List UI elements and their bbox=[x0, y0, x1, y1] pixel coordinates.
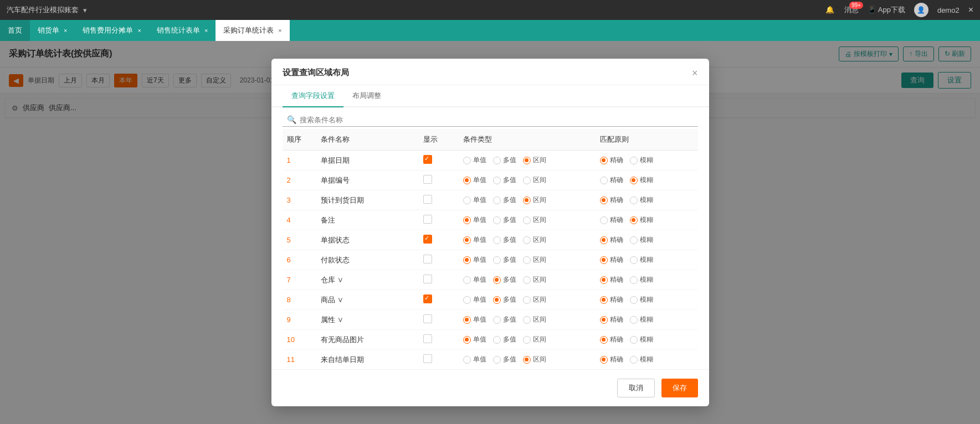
type-radio-item[interactable]: 区间 bbox=[523, 355, 546, 364]
radio-label: 模糊 bbox=[640, 315, 653, 324]
tab-sales-stat[interactable]: 销售统计表单 × bbox=[149, 20, 216, 41]
match-radio-item[interactable]: 模糊 bbox=[630, 215, 653, 225]
match-radio-item[interactable]: 精确 bbox=[600, 315, 623, 324]
type-radio-item[interactable]: 单值 bbox=[463, 235, 486, 245]
type-radio-item[interactable]: 多值 bbox=[493, 315, 516, 324]
save-button[interactable]: 保存 bbox=[661, 379, 698, 397]
type-radio-item[interactable]: 区间 bbox=[523, 295, 546, 304]
type-radio-item[interactable]: 单值 bbox=[463, 195, 486, 205]
type-radio-item[interactable]: 单值 bbox=[463, 275, 486, 285]
row-show[interactable] bbox=[419, 350, 459, 370]
tab-sales-split-close[interactable]: × bbox=[137, 20, 141, 41]
type-radio-item[interactable]: 单值 bbox=[463, 335, 486, 344]
show-checkbox[interactable] bbox=[423, 275, 432, 283]
type-radio-item[interactable]: 区间 bbox=[523, 156, 546, 165]
show-checkbox[interactable] bbox=[423, 255, 432, 263]
show-checkbox[interactable] bbox=[423, 334, 432, 343]
radio-label: 区间 bbox=[533, 315, 546, 324]
type-radio-item[interactable]: 多值 bbox=[493, 215, 516, 225]
dialog-tab-layout[interactable]: 布局调整 bbox=[343, 85, 390, 107]
match-radio-item[interactable]: 模糊 bbox=[630, 335, 653, 344]
type-radio-item[interactable]: 区间 bbox=[523, 255, 546, 265]
match-radio-item[interactable]: 模糊 bbox=[630, 235, 653, 245]
match-radio-item[interactable]: 精确 bbox=[600, 275, 623, 285]
match-radio-item[interactable]: 模糊 bbox=[630, 255, 653, 265]
match-radio-item[interactable]: 精确 bbox=[600, 175, 623, 185]
show-checkbox[interactable] bbox=[423, 195, 432, 204]
match-radio-item[interactable]: 模糊 bbox=[630, 315, 653, 324]
cancel-button[interactable]: 取消 bbox=[617, 379, 655, 397]
type-radio-item[interactable]: 单值 bbox=[463, 295, 486, 304]
match-radio-item[interactable]: 精确 bbox=[600, 235, 623, 245]
type-radio-item[interactable]: 单值 bbox=[463, 175, 486, 185]
show-checkbox[interactable] bbox=[423, 354, 432, 363]
type-radio-item[interactable]: 多值 bbox=[493, 295, 516, 304]
type-radio-item[interactable]: 多值 bbox=[493, 195, 516, 205]
top-bar-close-button[interactable]: × bbox=[968, 5, 973, 15]
match-radio-item[interactable]: 精确 bbox=[600, 215, 623, 225]
type-radio-item[interactable]: 单值 bbox=[463, 315, 486, 324]
row-show[interactable] bbox=[419, 290, 459, 310]
row-show[interactable] bbox=[419, 210, 459, 230]
user-name[interactable]: demo2 bbox=[937, 6, 960, 14]
tab-purchase-stat-close[interactable]: × bbox=[278, 20, 281, 41]
tab-sales[interactable]: 销货单 × bbox=[30, 20, 75, 41]
app-download-button[interactable]: 📱 App下载 bbox=[868, 5, 905, 15]
type-radio-item[interactable]: 多值 bbox=[493, 156, 516, 165]
tab-sales-close[interactable]: × bbox=[64, 20, 67, 41]
row-show[interactable] bbox=[419, 330, 459, 350]
dialog-tab-query-fields[interactable]: 查询字段设置 bbox=[283, 85, 343, 107]
row-show[interactable] bbox=[419, 310, 459, 330]
row-show[interactable] bbox=[419, 151, 459, 170]
user-avatar[interactable]: 👤 bbox=[914, 3, 928, 17]
type-radio-item[interactable]: 多值 bbox=[493, 275, 516, 285]
type-radio-item[interactable]: 单值 bbox=[463, 156, 486, 165]
type-radio-item[interactable]: 区间 bbox=[523, 195, 546, 205]
match-radio-item[interactable]: 模糊 bbox=[630, 295, 653, 304]
type-radio-item[interactable]: 多值 bbox=[493, 255, 516, 265]
notification-button[interactable]: 🔔 99+ 消息 bbox=[825, 5, 859, 15]
type-radio-item[interactable]: 多值 bbox=[493, 335, 516, 344]
show-checkbox[interactable] bbox=[423, 314, 432, 323]
tab-home[interactable]: 首页 bbox=[0, 20, 30, 41]
match-radio-item[interactable]: 精确 bbox=[600, 335, 623, 344]
match-radio-item[interactable]: 模糊 bbox=[630, 195, 653, 205]
tab-sales-stat-close[interactable]: × bbox=[204, 20, 208, 41]
tab-sales-split[interactable]: 销售费用分摊单 × bbox=[75, 20, 148, 41]
tab-purchase-stat[interactable]: 采购订单统计表 × bbox=[216, 20, 289, 41]
type-radio-item[interactable]: 多值 bbox=[493, 355, 516, 364]
show-checkbox[interactable] bbox=[423, 294, 432, 303]
type-radio-item[interactable]: 单值 bbox=[463, 355, 486, 364]
type-radio-item[interactable]: 单值 bbox=[463, 255, 486, 265]
type-radio-item[interactable]: 多值 bbox=[493, 235, 516, 245]
search-input[interactable] bbox=[300, 116, 694, 124]
match-radio-item[interactable]: 模糊 bbox=[630, 355, 653, 364]
type-radio-item[interactable]: 多值 bbox=[493, 175, 516, 185]
type-radio-item[interactable]: 区间 bbox=[523, 175, 546, 185]
match-radio-item[interactable]: 精确 bbox=[600, 255, 623, 265]
match-radio-item[interactable]: 精确 bbox=[600, 156, 623, 165]
row-show[interactable] bbox=[419, 170, 459, 190]
match-radio-item[interactable]: 模糊 bbox=[630, 275, 653, 285]
match-radio-item[interactable]: 模糊 bbox=[630, 175, 653, 185]
row-show[interactable] bbox=[419, 230, 459, 250]
dialog-close-button[interactable]: × bbox=[692, 68, 698, 78]
match-radio-item[interactable]: 精确 bbox=[600, 355, 623, 364]
type-radio-item[interactable]: 区间 bbox=[523, 235, 546, 245]
show-checkbox[interactable] bbox=[423, 155, 432, 164]
show-checkbox[interactable] bbox=[423, 215, 432, 224]
dialog-tab-query-fields-label: 查询字段设置 bbox=[291, 91, 335, 100]
type-radio-item[interactable]: 区间 bbox=[523, 215, 546, 225]
type-radio-item[interactable]: 区间 bbox=[523, 275, 546, 285]
row-show[interactable] bbox=[419, 250, 459, 270]
match-radio-item[interactable]: 精确 bbox=[600, 195, 623, 205]
type-radio-item[interactable]: 单值 bbox=[463, 215, 486, 225]
type-radio-item[interactable]: 区间 bbox=[523, 315, 546, 324]
match-radio-item[interactable]: 模糊 bbox=[630, 156, 653, 165]
match-radio-item[interactable]: 精确 bbox=[600, 295, 623, 304]
row-show[interactable] bbox=[419, 190, 459, 210]
show-checkbox[interactable] bbox=[423, 175, 432, 184]
row-show[interactable] bbox=[419, 270, 459, 290]
type-radio-item[interactable]: 区间 bbox=[523, 335, 546, 344]
show-checkbox[interactable] bbox=[423, 235, 432, 244]
